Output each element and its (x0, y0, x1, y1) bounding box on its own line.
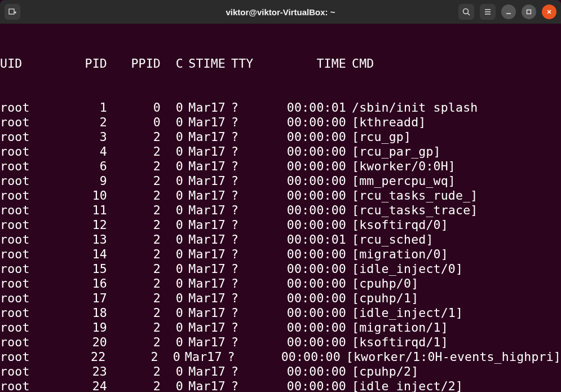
new-tab-button[interactable] (5, 4, 20, 20)
cell-cmd: [idle_inject/1] (346, 306, 561, 320)
terminal-output[interactable]: UID PID PPID C STIME TTY TIME CMD root10… (0, 24, 561, 392)
cell-uid: root (0, 159, 28, 174)
cell-uid: root (0, 188, 28, 203)
cell-stime: Mar17 (183, 335, 226, 350)
cell-time: 00:00:00 (250, 203, 346, 218)
col-header-stime: STIME (183, 56, 226, 71)
cell-ppid: 2 (107, 188, 161, 203)
cell-time: 00:00:00 (250, 247, 346, 262)
cell-pid: 3 (28, 130, 107, 144)
cell-stime: Mar17 (183, 291, 226, 306)
col-header-uid: UID (0, 56, 28, 71)
cell-pid: 1 (28, 100, 107, 115)
cell-stime: Mar17 (183, 188, 226, 203)
cell-stime: Mar17 (180, 350, 222, 364)
cell-c: 0 (161, 247, 183, 262)
cell-stime: Mar17 (183, 159, 226, 174)
cell-uid: root (0, 174, 28, 188)
cell-ppid: 2 (107, 232, 161, 247)
cell-ppid: 2 (107, 174, 161, 188)
col-header-cmd: CMD (346, 56, 561, 71)
table-row: root1620Mar17?00:00:00[cpuhp/0] (0, 276, 561, 291)
maximize-button[interactable] (522, 5, 536, 19)
titlebar-left (5, 4, 20, 20)
hamburger-icon (483, 7, 492, 16)
cell-stime: Mar17 (183, 232, 226, 247)
table-row: root1720Mar17?00:00:00[cpuhp/1] (0, 291, 561, 306)
cell-tty: ? (226, 144, 250, 159)
cell-cmd: /sbin/init splash (346, 100, 561, 115)
cell-cmd: [migration/1] (346, 320, 561, 335)
cell-time: 00:00:00 (250, 115, 346, 130)
cell-cmd: [idle_inject/2] (346, 379, 561, 392)
cell-pid: 24 (28, 379, 107, 392)
cell-c: 0 (161, 364, 183, 379)
cell-uid: root (0, 115, 28, 130)
table-row: root100Mar17?00:00:01/sbin/init splash (0, 100, 561, 115)
cell-time: 00:00:00 (246, 350, 341, 364)
cell-pid: 22 (28, 350, 105, 364)
cell-pid: 2 (28, 115, 107, 130)
cell-time: 00:00:01 (250, 100, 346, 115)
cell-pid: 6 (28, 159, 107, 174)
cell-tty: ? (226, 218, 250, 232)
cell-uid: root (0, 276, 28, 291)
cell-time: 00:00:00 (250, 291, 346, 306)
cell-time: 00:00:00 (250, 144, 346, 159)
col-header-ppid: PPID (107, 56, 161, 71)
cell-uid: root (0, 144, 28, 159)
cell-ppid: 2 (107, 276, 161, 291)
cell-time: 00:00:00 (250, 159, 346, 174)
cell-cmd: [rcu_tasks_rude_] (346, 188, 561, 203)
cell-stime: Mar17 (183, 262, 226, 276)
cell-c: 0 (161, 115, 183, 130)
cell-pid: 16 (28, 276, 107, 291)
svg-rect-9 (527, 10, 531, 14)
cell-c: 0 (161, 379, 183, 392)
cell-uid: root (0, 379, 28, 392)
cell-pid: 15 (28, 262, 107, 276)
table-row: root620Mar17?00:00:00[kworker/0:0H] (0, 159, 561, 174)
svg-point-3 (463, 9, 469, 14)
cell-c: 0 (161, 144, 183, 159)
cell-pid: 18 (28, 306, 107, 320)
cell-cmd: [kworker/0:0H] (346, 159, 561, 174)
cell-tty: ? (226, 188, 250, 203)
cell-time: 00:00:01 (250, 232, 346, 247)
cell-time: 00:00:00 (250, 218, 346, 232)
table-row: root1020Mar17?00:00:00[rcu_tasks_rude_] (0, 188, 561, 203)
cell-time: 00:00:00 (250, 335, 346, 350)
cell-c: 0 (161, 159, 183, 174)
cell-tty: ? (226, 306, 250, 320)
table-row: root920Mar17?00:00:00[mm_percpu_wq] (0, 174, 561, 188)
cell-uid: root (0, 218, 28, 232)
cell-cmd: [cpuhp/2] (346, 364, 561, 379)
close-button[interactable] (542, 5, 556, 19)
search-button[interactable] (458, 4, 474, 20)
cell-ppid: 2 (107, 364, 161, 379)
menu-button[interactable] (480, 4, 496, 20)
cell-cmd: [kthreadd] (346, 115, 561, 130)
table-row: root1520Mar17?00:00:00[idle_inject/0] (0, 262, 561, 276)
cell-cmd: [mm_percpu_wq] (346, 174, 561, 188)
table-row: root2020Mar17?00:00:00[ksoftirqd/1] (0, 335, 561, 350)
cell-c: 0 (161, 262, 183, 276)
cell-ppid: 2 (105, 350, 158, 364)
cell-pid: 23 (28, 364, 107, 379)
minimize-button[interactable] (501, 5, 516, 19)
cell-cmd: [ksoftirqd/0] (346, 218, 561, 232)
cell-tty: ? (226, 379, 250, 392)
cell-ppid: 2 (107, 247, 161, 262)
svg-line-4 (468, 14, 470, 16)
table-row: root1220Mar17?00:00:00[ksoftirqd/0] (0, 218, 561, 232)
cell-stime: Mar17 (183, 144, 226, 159)
cell-pid: 14 (28, 247, 107, 262)
cell-tty: ? (222, 350, 246, 364)
cell-tty: ? (226, 203, 250, 218)
cell-tty: ? (226, 291, 250, 306)
cell-uid: root (0, 247, 28, 262)
cell-c: 0 (161, 306, 183, 320)
cell-time: 00:00:00 (250, 262, 346, 276)
titlebar: viktor@viktor-VirtualBox: ~ (0, 0, 561, 24)
close-icon (546, 8, 553, 15)
